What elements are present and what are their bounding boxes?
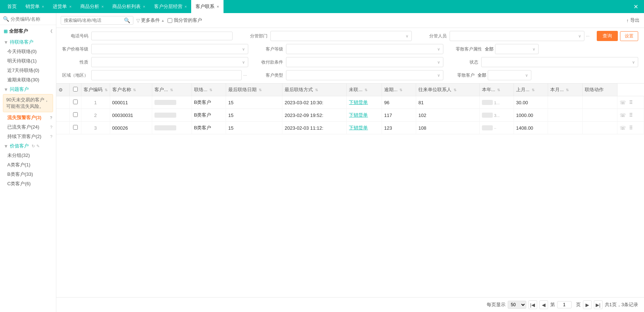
- col-name[interactable]: 客户名称 ⇅: [110, 84, 152, 96]
- row-action-contact-1[interactable]: ☏: [620, 112, 626, 118]
- filter-payment-select[interactable]: ∨: [286, 57, 443, 67]
- filter-phone-input[interactable]: [91, 32, 233, 40]
- col-contact-person[interactable]: 往来单位联系人 ⇅: [416, 84, 480, 96]
- my-customers-checkbox[interactable]: [168, 18, 172, 23]
- sidebar-item-b-class[interactable]: B类客户(33): [0, 170, 56, 179]
- sidebar-item-overdue[interactable]: 逾期未联络(30): [0, 75, 56, 85]
- search-button-icon[interactable]: 🔍: [124, 17, 130, 23]
- nav-analysis-list-close[interactable]: ×: [143, 4, 145, 9]
- sidebar-all-customers[interactable]: ⊞ 全部客户 《: [0, 25, 56, 37]
- col-contact[interactable]: 联络... ⇅: [192, 84, 226, 96]
- table-settings-col[interactable]: ⚙: [56, 84, 69, 96]
- filter-price-tier-label: 客户价格等级: [62, 46, 91, 52]
- sidebar-item-tomorrow[interactable]: 明天待联络(1): [0, 56, 56, 66]
- filter-price-tier-select[interactable]: ∨: [91, 44, 248, 54]
- settings-button[interactable]: 设置: [620, 31, 638, 41]
- nav-sales-close[interactable]: ×: [42, 4, 44, 9]
- sidebar-section-value[interactable]: ▼ 价值客户 ↻ ✎: [0, 141, 56, 151]
- table-select-all[interactable]: [73, 87, 78, 92]
- row-checkbox-2[interactable]: [73, 125, 78, 130]
- col-code[interactable]: 客户编码 ⇅: [81, 84, 110, 96]
- nav-analysis-close[interactable]: ×: [101, 4, 104, 9]
- first-page-button[interactable]: |◀: [528, 300, 537, 309]
- col-last-month[interactable]: 上月... ⇅: [514, 84, 548, 96]
- row-action-more-1[interactable]: ⠿: [629, 112, 633, 118]
- sidebar-item-ungrouped[interactable]: 未分组(32): [0, 151, 56, 160]
- prev-page-button[interactable]: ◀: [539, 300, 548, 309]
- sidebar-item-churn-risk[interactable]: 流失预警客户(3) ?: [0, 113, 56, 122]
- nav-analysis[interactable]: 商品分析 ×: [76, 0, 108, 13]
- row-action-contact-0[interactable]: ☏: [620, 100, 626, 105]
- nav-customer-contact[interactable]: 客户联系 ×: [191, 0, 223, 13]
- row-action-more-2[interactable]: ⠿: [629, 125, 633, 131]
- sidebar-item-churned[interactable]: 已流失客户(24) ?: [0, 122, 56, 132]
- row-action-more-0[interactable]: ⠿: [629, 100, 633, 105]
- sort-icon-this-year: ⇅: [497, 88, 500, 92]
- sidebar-section-pending[interactable]: ▼ 待联络客户: [0, 37, 56, 47]
- col-this-year[interactable]: 本年... ⇅: [479, 84, 514, 96]
- row-method-link-1[interactable]: 下销货单: [349, 112, 368, 118]
- sidebar: 🔍 ⊞ 全部客户 《 ▼ 待联络客户 今天待联络(0) 明天待联络(1) 近7天…: [0, 13, 56, 312]
- sort-icon-overdue: ⇅: [399, 88, 402, 92]
- nav-customer-contact-close[interactable]: ×: [217, 4, 219, 9]
- sidebar-item-c-class[interactable]: C类客户(6): [0, 179, 56, 189]
- sort-icon-contact-person: ⇅: [454, 88, 456, 92]
- filter-casual-attr-select[interactable]: ∨: [495, 44, 539, 54]
- filter-status-select[interactable]: ∨: [481, 57, 638, 67]
- row-this-month-2: [582, 122, 617, 134]
- col-overdue[interactable]: 逾期... ⇅: [382, 84, 416, 96]
- sidebar-item-a-class[interactable]: A类客户(1): [0, 160, 56, 170]
- filter-manager-select[interactable]: ∨: [450, 31, 584, 41]
- col-type[interactable]: 客户... ⇅: [152, 84, 192, 96]
- nav-analysis-list[interactable]: 商品分析列表 ×: [108, 0, 149, 13]
- sidebar-section-problem[interactable]: ▼ 问题客户: [0, 85, 56, 94]
- row-type-0: B类客户: [192, 96, 226, 109]
- help-icon-churned[interactable]: ?: [50, 125, 52, 129]
- nav-purchase-close[interactable]: ×: [69, 4, 71, 9]
- sidebar-item-declining[interactable]: 持续下滑客户(2) ?: [0, 132, 56, 141]
- more-conditions-button[interactable]: ▽ 更多条件 ▲: [136, 17, 165, 24]
- sidebar-search-input[interactable]: [11, 16, 53, 22]
- filter-nature-select[interactable]: ∨: [91, 57, 248, 67]
- query-button[interactable]: 查询: [597, 31, 618, 41]
- col-not-contacted[interactable]: 未联... ⇅: [347, 84, 382, 96]
- per-page-select[interactable]: 50 100: [508, 301, 526, 309]
- row-checkbox-1[interactable]: [73, 112, 78, 117]
- refresh-icon[interactable]: ↻: [32, 144, 35, 149]
- nav-customer-tier-close[interactable]: ×: [185, 4, 187, 9]
- row-method-link-0[interactable]: 下销货单: [349, 100, 368, 105]
- col-this-month[interactable]: 本月... ⇅: [548, 84, 582, 96]
- filter-dept-select[interactable]: ∨: [270, 31, 412, 41]
- filter-region-more[interactable]: ···: [242, 73, 248, 78]
- next-page-button[interactable]: ▶: [583, 300, 592, 309]
- help-icon-declining[interactable]: ?: [50, 134, 52, 139]
- filter-region-select[interactable]: [91, 70, 242, 80]
- sidebar-item-7days[interactable]: 近7天待联络(0): [0, 66, 56, 75]
- help-icon-churn[interactable]: ?: [50, 116, 52, 120]
- filter-manager-more[interactable]: ···: [584, 33, 591, 39]
- nav-purchase[interactable]: 进货单 ×: [48, 0, 76, 13]
- row-checkbox-0[interactable]: [73, 100, 78, 104]
- search-input[interactable]: [64, 18, 122, 23]
- page-number-input[interactable]: [557, 301, 572, 308]
- filter-cust-tier-select[interactable]: ∨: [286, 44, 443, 54]
- table-row: 1 000011 B类客户 15 2023-03-02 10:30: 下销货单 …: [56, 96, 644, 109]
- filter-cust-type-select[interactable]: ∨: [286, 70, 443, 80]
- nav-customer-tier[interactable]: 客户分层经营 ×: [150, 0, 191, 13]
- col-last-date[interactable]: 最后联络日期 ⇅: [226, 84, 282, 96]
- edit-icon[interactable]: ✎: [36, 144, 40, 149]
- export-button[interactable]: ↑ 导出: [627, 17, 640, 24]
- row-action-contact-2[interactable]: ☏: [620, 125, 626, 131]
- last-page-button[interactable]: ▶|: [594, 300, 603, 309]
- nav-sales[interactable]: 销货单 ×: [21, 0, 48, 13]
- row-last-method-2: 下销货单: [347, 122, 382, 134]
- filter-casual-select[interactable]: ∨: [488, 70, 531, 80]
- nav-home[interactable]: 首页: [3, 0, 21, 13]
- sidebar-item-today[interactable]: 今天待联络(0): [0, 47, 56, 56]
- row-method-link-2[interactable]: 下销货单: [349, 125, 368, 130]
- window-close-button[interactable]: ✕: [631, 3, 641, 10]
- chevron-down-icon4: ∨: [242, 47, 245, 52]
- sidebar-collapse-icon[interactable]: 《: [48, 29, 52, 34]
- row-overdue-2: 108: [416, 122, 480, 134]
- col-last-method[interactable]: 最后联络方式 ⇅: [282, 84, 347, 96]
